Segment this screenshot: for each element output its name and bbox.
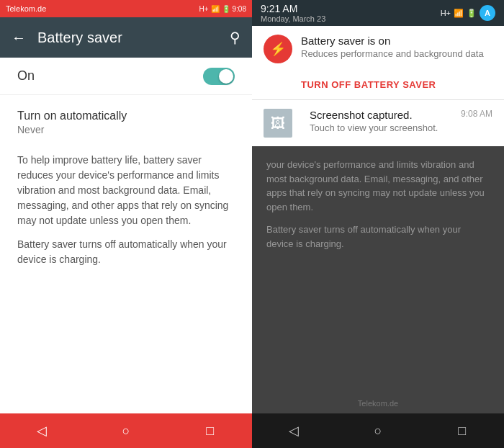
- description-text-2: Battery saver turns off automatically wh…: [17, 237, 235, 267]
- back-nav-left[interactable]: ◁: [24, 413, 59, 448]
- bg-text-2: Battery saver turns off automatically wh…: [266, 223, 490, 251]
- search-icon[interactable]: ⚲: [230, 29, 240, 46]
- toolbar: ← Battery saver ⚲: [0, 17, 252, 58]
- battery-notif-title: Battery saver is on: [301, 35, 492, 47]
- screenshot-time: 9:08 AM: [461, 109, 492, 119]
- page-title: Battery saver: [37, 30, 218, 46]
- battery-action-row: TURN OFF BATTERY SAVER: [252, 72, 504, 99]
- battery-notification[interactable]: ⚡ Battery saver is on Reduces performanc…: [252, 26, 504, 99]
- auto-title: Turn on automatically: [17, 109, 235, 122]
- screenshot-subtitle: Touch to view your screenshot.: [310, 122, 492, 133]
- battery-notif-icon: ⚡: [264, 35, 292, 63]
- toggle-row[interactable]: On: [0, 58, 252, 95]
- auto-subtitle: Never: [17, 124, 235, 135]
- battery-notif-text: Battery saver is on Reduces performance …: [301, 35, 492, 59]
- description-block: To help improve battery life, battery sa…: [0, 141, 252, 279]
- signal-bars: 📶: [211, 5, 220, 13]
- time-right: 9:21 AM: [261, 3, 325, 14]
- battery-symbol: ⚡: [270, 41, 286, 57]
- toggle-switch[interactable]: [203, 68, 235, 85]
- home-nav-left[interactable]: ○: [109, 413, 143, 448]
- recent-nav-right[interactable]: □: [445, 413, 480, 448]
- screenshot-thumbnail: 🖼: [264, 109, 292, 138]
- connection-type-right: H+: [441, 9, 451, 17]
- date-right: Monday, March 23: [261, 14, 325, 23]
- home-nav-right[interactable]: ○: [361, 413, 395, 448]
- back-nav-right[interactable]: ◁: [276, 413, 311, 448]
- screenshot-notification[interactable]: 🖼 Screenshot captured. 9:08 AM Touch to …: [252, 100, 504, 146]
- back-button[interactable]: ←: [12, 30, 26, 46]
- recent-nav-left[interactable]: □: [193, 413, 228, 448]
- time-date-block: 9:21 AM Monday, March 23: [261, 3, 325, 23]
- bg-text-1: your device's performance and limits vib…: [266, 158, 490, 214]
- notif-battery-row: ⚡ Battery saver is on Reduces performanc…: [252, 26, 504, 72]
- description-text-1: To help improve battery life, battery sa…: [17, 153, 235, 228]
- battery-notif-subtitle: Reduces performance and background data: [301, 48, 492, 59]
- watermark: Telekom.de: [358, 399, 398, 408]
- status-icons-left: H+ 📶 🔋 9:08: [199, 5, 246, 13]
- screenshot-title: Screenshot captured.: [310, 109, 413, 121]
- signal-bars-right: 📶: [454, 9, 464, 18]
- left-panel: Telekom.de H+ 📶 🔋 9:08 ← Battery saver ⚲…: [0, 0, 252, 448]
- toggle-label: On: [17, 68, 35, 84]
- right-panel: 9:21 AM Monday, March 23 H+ 📶 🔋 A ⚡ Batt…: [252, 0, 504, 448]
- screenshot-notif-text: Screenshot captured. 9:08 AM Touch to vi…: [310, 109, 492, 133]
- bottom-nav-left: ◁ ○ □: [0, 413, 252, 448]
- turn-off-battery-button[interactable]: TURN OFF BATTERY SAVER: [301, 79, 436, 90]
- bottom-nav-right: ◁ ○ □: [252, 413, 504, 448]
- screenshot-title-row: Screenshot captured. 9:08 AM: [310, 109, 492, 121]
- avatar: A: [480, 5, 495, 21]
- carrier-label: Telekom.de: [6, 4, 46, 13]
- status-bar-left: Telekom.de H+ 📶 🔋 9:08: [0, 0, 252, 17]
- battery-right: 🔋: [467, 9, 477, 18]
- battery-icon: 🔋: [222, 5, 230, 13]
- status-bar-right: 9:21 AM Monday, March 23 H+ 📶 🔋 A: [252, 0, 504, 26]
- auto-section[interactable]: Turn on automatically Never: [0, 95, 252, 141]
- time-left: 9:08: [233, 5, 246, 13]
- screenshot-icon: 🖼: [271, 115, 285, 132]
- status-right-icons: H+ 📶 🔋 A: [441, 5, 495, 21]
- connection-type: H+: [199, 5, 208, 13]
